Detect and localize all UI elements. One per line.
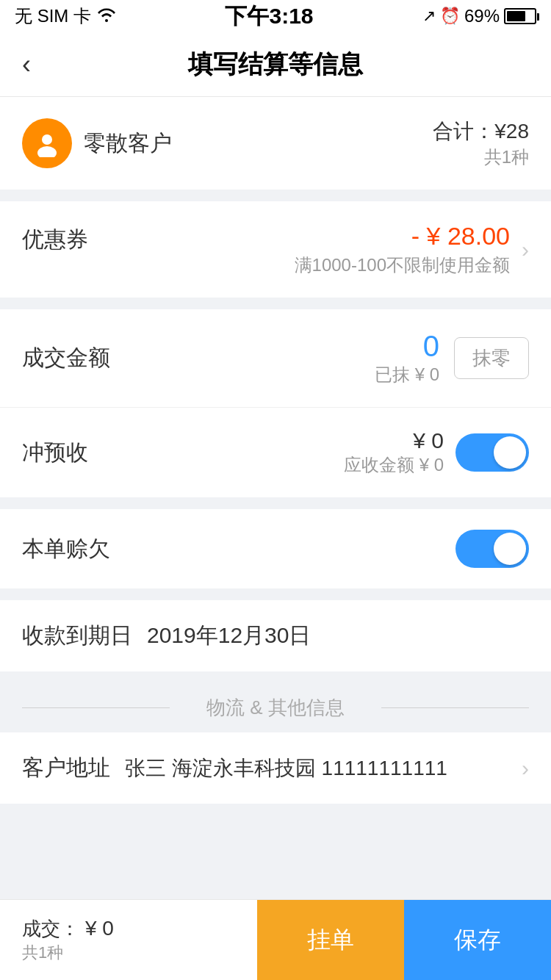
credit-label: 本单赊欠 xyxy=(22,534,110,564)
due-value: 2019年12月30日 xyxy=(147,621,311,651)
nav-bar: ‹ 填写结算等信息 xyxy=(0,32,551,97)
save-button[interactable]: 保存 xyxy=(404,900,551,981)
prepay-toggle[interactable] xyxy=(455,433,529,472)
address-label: 客户地址 xyxy=(22,753,110,783)
coupon-chevron-icon: › xyxy=(522,237,529,262)
hold-button[interactable]: 挂单 xyxy=(257,900,404,981)
deal-amount-value: 0 xyxy=(375,330,439,363)
round-zero-button[interactable]: 抹零 xyxy=(454,337,529,379)
address-value: 张三 海淀永丰科技园 11111111111 xyxy=(125,754,522,782)
coupon-section: 优惠券 - ¥ 28.00 满1000-100不限制使用金额 › xyxy=(0,201,551,298)
prepay-label: 冲预收 xyxy=(22,438,88,468)
back-button[interactable]: ‹ xyxy=(22,49,31,80)
credit-section: 本单赊欠 xyxy=(0,509,551,588)
customer-total-container: 合计：¥28 共1种 xyxy=(433,118,529,169)
status-left: 无 SIM 卡 xyxy=(15,4,116,28)
address-section: 客户地址 张三 海淀永丰科技园 11111111111 › xyxy=(0,732,551,804)
customer-count: 共1种 xyxy=(433,145,529,169)
customer-avatar xyxy=(22,118,72,168)
due-label: 收款到期日 xyxy=(22,621,132,651)
coupon-value: - ¥ 28.00 xyxy=(295,222,510,251)
coupon-row[interactable]: 优惠券 - ¥ 28.00 满1000-100不限制使用金额 › xyxy=(0,201,551,298)
coupon-label: 优惠券 xyxy=(22,222,88,255)
deal-amount-sub: 已抹 ¥ 0 xyxy=(375,363,439,386)
deal-amount-right: 0 已抹 ¥ 0 抹零 xyxy=(375,330,529,386)
status-right: ↗ ⏰ 69% xyxy=(422,6,536,26)
page-title: 填写结算等信息 xyxy=(188,48,363,82)
divider-line-left xyxy=(22,707,170,708)
coupon-right: - ¥ 28.00 满1000-100不限制使用金额 › xyxy=(295,222,529,277)
bottom-info: 成交： ¥ 0 共1种 xyxy=(0,916,257,964)
bottom-bar: 成交： ¥ 0 共1种 挂单 保存 xyxy=(0,899,551,980)
svg-point-0 xyxy=(42,134,52,145)
credit-toggle[interactable] xyxy=(455,530,529,568)
prepay-row: 冲预收 ¥ 0 应收金额 ¥ 0 xyxy=(0,408,551,497)
prepay-amount-wrap: ¥ 0 应收金额 ¥ 0 xyxy=(344,428,444,477)
bottom-deal-value: ¥ 0 xyxy=(85,917,114,940)
prepay-amount: ¥ 0 xyxy=(344,428,444,453)
due-row: 收款到期日 2019年12月30日 xyxy=(0,600,551,671)
deal-amount-wrap: 0 已抹 ¥ 0 xyxy=(375,330,439,386)
status-bar: 无 SIM 卡 下午3:18 ↗ ⏰ 69% xyxy=(0,0,551,32)
content: 零散客户 合计：¥28 共1种 优惠券 - ¥ 28.00 满1000-100不… xyxy=(0,97,551,980)
customer-info: 零散客户 xyxy=(22,118,172,168)
credit-row: 本单赊欠 xyxy=(0,509,551,588)
status-time: 下午3:18 xyxy=(225,1,313,32)
due-section: 收款到期日 2019年12月30日 xyxy=(0,600,551,671)
alarm-icon: ⏰ xyxy=(440,7,460,26)
wifi-icon xyxy=(97,6,116,26)
deal-section: 成交金额 0 已抹 ¥ 0 抹零 冲预收 ¥ 0 应收金额 ¥ 0 xyxy=(0,309,551,497)
customer-row: 零散客户 合计：¥28 共1种 xyxy=(0,97,551,190)
coupon-sub: 满1000-100不限制使用金额 xyxy=(295,253,510,277)
battery-icon xyxy=(504,8,536,24)
svg-point-1 xyxy=(37,146,57,157)
location-icon: ↗ xyxy=(422,7,436,26)
carrier-text: 无 SIM 卡 xyxy=(15,4,91,28)
address-chevron-icon: › xyxy=(522,756,529,781)
customer-name: 零散客户 xyxy=(84,129,172,159)
deal-amount-row: 成交金额 0 已抹 ¥ 0 抹零 xyxy=(0,309,551,408)
deal-amount-label: 成交金额 xyxy=(22,343,110,373)
address-row[interactable]: 客户地址 张三 海淀永丰科技园 11111111111 › xyxy=(0,732,551,804)
logistics-divider: 物流 & 其他信息 xyxy=(0,683,551,732)
coupon-value-container: - ¥ 28.00 满1000-100不限制使用金额 xyxy=(295,222,510,277)
prepay-sub: 应收金额 ¥ 0 xyxy=(344,453,444,477)
bottom-deal-label: 成交： xyxy=(22,916,79,942)
bottom-count: 共1种 xyxy=(22,942,235,964)
logistics-label: 物流 & 其他信息 xyxy=(206,695,345,721)
divider-line-right xyxy=(381,707,529,708)
customer-total: 合计：¥28 xyxy=(433,118,529,145)
battery-percent: 69% xyxy=(464,6,500,26)
prepay-right: ¥ 0 应收金额 ¥ 0 xyxy=(344,428,529,477)
bottom-deal-row: 成交： ¥ 0 xyxy=(22,916,235,942)
